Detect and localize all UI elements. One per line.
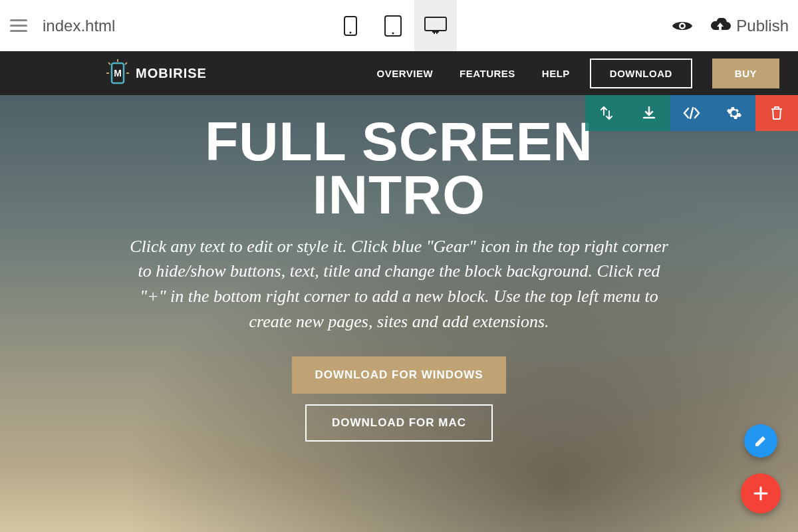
- nav-link-help[interactable]: HELP: [542, 68, 570, 79]
- plus-icon: [751, 484, 770, 503]
- download-button[interactable]: DOWNLOAD: [590, 59, 692, 88]
- trash-icon: [770, 106, 783, 120]
- svg-rect-4: [425, 17, 446, 31]
- edit-fab[interactable]: [744, 424, 777, 458]
- download-windows-button[interactable]: DOWNLOAD FOR WINDOWS: [292, 356, 505, 394]
- hero-title-line1: FULL SCREEN: [205, 111, 593, 172]
- smartphone-icon: [344, 16, 357, 36]
- filename-label[interactable]: index.html: [43, 17, 115, 35]
- app-top-bar: index.html Publish: [0, 0, 798, 51]
- hero-title[interactable]: FULL SCREEN INTRO: [205, 115, 593, 222]
- buy-button[interactable]: BUY: [712, 59, 779, 88]
- block-code-button[interactable]: [670, 95, 713, 131]
- hero-body-text[interactable]: Click any text to edit or style it. Clic…: [126, 234, 672, 334]
- code-icon: [683, 107, 700, 119]
- block-toolbar: [585, 95, 798, 131]
- download-mac-button[interactable]: DOWNLOAD FOR MAC: [305, 404, 493, 442]
- eye-icon: [671, 19, 694, 33]
- gear-icon: [726, 105, 742, 121]
- nav-link-overview[interactable]: OVERVIEW: [377, 68, 434, 79]
- block-settings-button[interactable]: [713, 95, 755, 131]
- device-desktop-button[interactable]: [414, 0, 457, 51]
- device-tablet-button[interactable]: [372, 0, 414, 51]
- menu-button[interactable]: [7, 14, 31, 38]
- device-preview-group: [329, 0, 457, 51]
- hero-title-line2: INTRO: [313, 164, 485, 225]
- brand-logo-icon: M: [106, 59, 129, 87]
- hero-buttons: DOWNLOAD FOR WINDOWS DOWNLOAD FOR MAC: [292, 356, 505, 442]
- svg-point-3: [392, 32, 394, 34]
- move-updown-icon: [599, 106, 614, 120]
- nav-link-features[interactable]: FEATURES: [460, 68, 515, 79]
- block-delete-button[interactable]: [755, 95, 798, 131]
- block-move-button[interactable]: [585, 95, 628, 131]
- tablet-icon: [384, 15, 402, 37]
- cloud-upload-icon: [710, 18, 731, 34]
- preview-button[interactable]: [671, 19, 694, 33]
- svg-point-1: [350, 31, 352, 33]
- svg-line-11: [108, 63, 110, 65]
- svg-text:M: M: [114, 68, 122, 78]
- monitor-icon: [424, 17, 447, 35]
- brand[interactable]: M MOBIRISE: [106, 59, 207, 87]
- nav-links: OVERVIEW FEATURES HELP: [377, 68, 570, 79]
- svg-point-6: [681, 24, 684, 27]
- site-navbar: M MOBIRISE OVERVIEW FEATURES HELP DOWNLO…: [0, 51, 798, 95]
- publish-label: Publish: [736, 17, 789, 35]
- block-save-button[interactable]: [628, 95, 670, 131]
- device-mobile-button[interactable]: [329, 0, 372, 51]
- brand-text: MOBIRISE: [136, 66, 207, 81]
- hero-block[interactable]: FULL SCREEN INTRO Click any text to edit…: [0, 95, 798, 532]
- svg-line-12: [125, 63, 127, 65]
- add-block-fab[interactable]: [741, 473, 781, 513]
- download-icon: [642, 106, 656, 120]
- publish-button[interactable]: Publish: [710, 17, 789, 35]
- pencil-icon: [753, 434, 768, 448]
